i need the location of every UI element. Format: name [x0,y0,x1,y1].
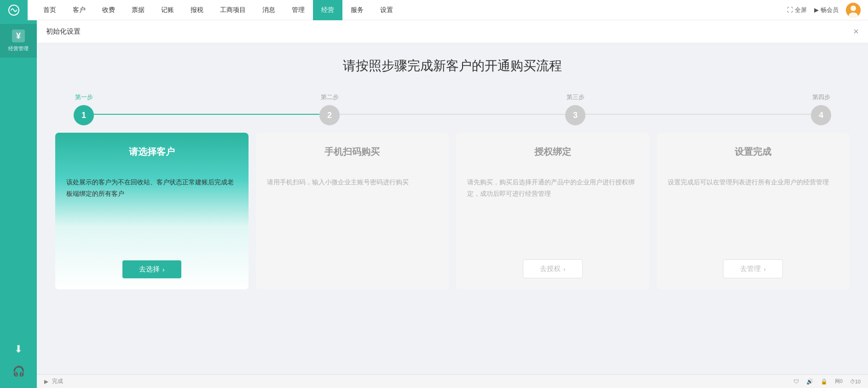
card-1-action: 去选择 › [66,253,237,278]
page-title: 初始化设置 [46,27,81,36]
nav-operation[interactable]: 经营 [313,0,342,20]
bottom-right: 🛡 🔊 🔒 网0 ⏱10 [793,378,861,385]
card-1-desc: 该处展示的客户为不在回收站、客户状态正常建账后完成老板端绑定的所有客户 [66,176,237,253]
step-card-4: 设置完成 设置完成后可以在管理列表进行所有企业用户的经营管理 去管理 › [657,133,850,289]
arrow-icon-4: › [764,265,766,273]
step-1-circle: 1 [74,105,94,125]
card-3-desc: 请先购买，购买后选择开通的产品中的企业用户进行授权绑定，成功后即可进行经营管理 [467,176,638,252]
step-4-label: 第四步 [812,93,830,101]
card-2-desc: 请用手机扫码，输入小微企业主账号密码进行购买 [267,176,438,278]
step-3-label: 第三步 [567,93,584,101]
fullscreen-icon: ⛶ [787,6,793,13]
go-manage-button[interactable]: 去管理 › [723,259,783,278]
nav-settings[interactable]: 设置 [372,0,401,20]
arrow-icon-3: › [563,265,566,273]
volume-icon: 🔊 [806,378,813,385]
connector-3-4: › [585,114,811,115]
download-icon[interactable]: ⬇ [9,340,28,359]
main-layout: ¥ 经营管理 ⬇ 🎧 初始化设置 × 请按照步骤完成新客户的开通购买流程 第一步… [0,20,868,388]
page-header: 初始化设置 × [37,20,868,43]
play-icon: ▶ [814,6,819,13]
nav-manage[interactable]: 管理 [284,0,313,20]
app-logo[interactable] [0,0,28,20]
arrow-icon: › [162,265,165,273]
bottom-bar: ▶ 完成 🛡 🔊 🔒 网0 ⏱10 [37,374,868,388]
nav-bill[interactable]: 票据 [123,0,153,20]
sidebar-label: 经营管理 [8,45,29,52]
member-button[interactable]: ▶ 畅会员 [814,6,839,14]
play-status-icon: ▶ [44,378,48,385]
bottom-left: ▶ 完成 [44,377,63,385]
go-select-button[interactable]: 去选择 › [122,260,181,278]
top-navigation: 首页 客户 收费 票据 记账 报税 工商项目 消息 管理 经营 服务 设置 ⛶ … [0,0,868,20]
nav-home[interactable]: 首页 [35,0,64,20]
cards-row: 请选择客户 该处展示的客户为不在回收站、客户状态正常建账后完成老板端绑定的所有客… [55,133,850,289]
sidebar: ¥ 经营管理 ⬇ 🎧 [0,20,37,388]
close-button[interactable]: × [853,26,859,37]
card-4-title: 设置完成 [668,146,839,158]
card-1-title: 请选择客户 [66,146,237,158]
steps-track: 第一步 1 › 第二步 2 › [55,93,850,125]
nav-fee[interactable]: 收费 [94,0,123,20]
user-avatar[interactable] [846,3,861,18]
svg-point-2 [851,6,856,11]
nav-right: ⛶ 全屏 ▶ 畅会员 [787,3,861,18]
headset-icon[interactable]: 🎧 [9,362,28,381]
sidebar-item-operation[interactable]: ¥ 经营管理 [0,24,37,58]
fullscreen-label: 全屏 [795,6,807,14]
step-2-label: 第二步 [321,93,339,101]
nav-message[interactable]: 消息 [254,0,284,20]
wifi-icon: 网0 [835,378,843,385]
step-node-1: 第一步 1 [74,93,94,125]
setup-main-title: 请按照步骤完成新客户的开通购买流程 [55,57,850,75]
shield-icon: 🛡 [793,378,799,385]
content-area: 初始化设置 × 请按照步骤完成新客户的开通购买流程 第一步 1 › [37,20,868,388]
card-2-title: 手机扫码购买 [267,146,438,158]
time-icon: ⏱10 [850,379,861,384]
connector-2-3: › [340,114,565,115]
member-label: 畅会员 [821,6,839,14]
fullscreen-button[interactable]: ⛶ 全屏 [787,6,807,14]
step-card-3: 授权绑定 请先购买，购买后选择开通的产品中的企业用户进行授权绑定，成功后即可进行… [456,133,649,289]
status-text: 完成 [52,377,63,385]
sidebar-bottom: ⬇ 🎧 [9,340,28,388]
nav-service[interactable]: 服务 [342,0,372,20]
nav-industry[interactable]: 工商项目 [212,0,254,20]
nav-items: 首页 客户 收费 票据 记账 报税 工商项目 消息 管理 经营 服务 设置 [35,0,787,20]
step-card-1: 请选择客户 该处展示的客户为不在回收站、客户状态正常建账后完成老板端绑定的所有客… [55,133,249,289]
card-4-action: 去管理 › [668,252,839,278]
card-3-title: 授权绑定 [467,146,638,158]
card-3-action: 去授权 › [467,252,638,278]
nav-tax[interactable]: 报税 [182,0,212,20]
step-card-2: 手机扫码购买 请用手机扫码，输入小微企业主账号密码进行购买 [256,133,449,289]
go-authorize-button[interactable]: 去授权 › [523,259,583,278]
setup-content: 请按照步骤完成新客户的开通购买流程 第一步 1 › 第二步 [37,43,868,374]
nav-accounting[interactable]: 记账 [153,0,182,20]
yuan-icon: ¥ [12,29,25,42]
connector-1-2: › [94,114,319,115]
card-4-desc: 设置完成后可以在管理列表进行所有企业用户的经营管理 [668,176,839,252]
lock-icon: 🔒 [821,378,827,385]
step-1-label: 第一步 [75,93,93,101]
nav-customer[interactable]: 客户 [64,0,94,20]
